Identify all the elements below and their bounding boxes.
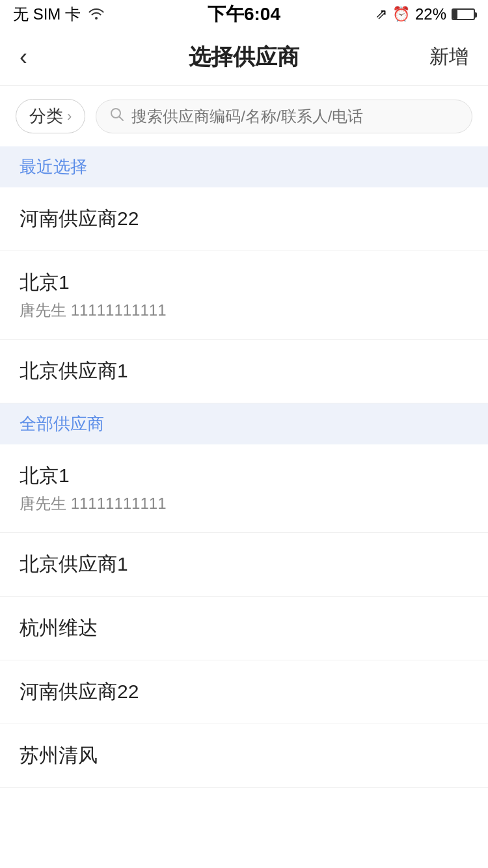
page-title: 选择供应商 <box>189 42 299 72</box>
list-item[interactable]: 河南供应商22 <box>0 660 488 724</box>
section-header-all: 全部供应商 <box>0 403 488 444</box>
category-label: 分类 <box>29 105 63 128</box>
supplier-list: 最近选择河南供应商22北京1唐先生 11111111111北京供应商1全部供应商… <box>0 146 488 788</box>
item-name: 北京1 <box>20 269 468 296</box>
filter-bar: 分类 › <box>0 86 488 146</box>
item-name: 河南供应商22 <box>20 679 468 705</box>
item-name: 苏州清风 <box>20 742 468 769</box>
svg-line-1 <box>120 116 124 120</box>
search-icon <box>109 107 125 126</box>
item-sub: 唐先生 11111111111 <box>20 493 468 514</box>
list-item[interactable]: 北京1唐先生 11111111111 <box>0 251 488 340</box>
category-button[interactable]: 分类 › <box>16 99 85 133</box>
back-button[interactable]: ‹ <box>20 44 59 71</box>
item-name: 河南供应商22 <box>20 206 468 232</box>
list-item[interactable]: 河南供应商22 <box>0 187 488 251</box>
list-item[interactable]: 北京1唐先生 11111111111 <box>0 444 488 533</box>
carrier-label: 无 SIM 卡 <box>13 4 81 25</box>
item-name: 北京1 <box>20 463 468 489</box>
status-time: 下午6:04 <box>208 2 280 27</box>
item-name: 杭州维达 <box>20 615 468 642</box>
list-item[interactable]: 北京供应商1 <box>0 533 488 597</box>
search-input[interactable] <box>131 107 459 126</box>
item-sub: 唐先生 11111111111 <box>20 300 468 321</box>
status-left: 无 SIM 卡 <box>13 4 105 25</box>
list-item[interactable]: 杭州维达 <box>0 597 488 660</box>
location-icon: ⇗ <box>375 6 387 23</box>
status-right: ⇗ ⏰ 22% <box>375 5 475 23</box>
battery-icon <box>452 8 475 20</box>
section-header-recent: 最近选择 <box>0 146 488 187</box>
status-bar: 无 SIM 卡 下午6:04 ⇗ ⏰ 22% <box>0 0 488 29</box>
item-name: 北京供应商1 <box>20 358 468 385</box>
item-name: 北京供应商1 <box>20 551 468 578</box>
list-item[interactable]: 北京供应商1 <box>0 340 488 403</box>
battery-label: 22% <box>415 5 446 23</box>
search-box <box>96 100 472 133</box>
wifi-icon <box>87 5 105 23</box>
alarm-icon: ⏰ <box>392 6 410 23</box>
list-item[interactable]: 苏州清风 <box>0 724 488 788</box>
add-button[interactable]: 新增 <box>429 44 468 70</box>
chevron-right-icon: › <box>67 108 72 125</box>
nav-bar: ‹ 选择供应商 新增 <box>0 29 488 86</box>
